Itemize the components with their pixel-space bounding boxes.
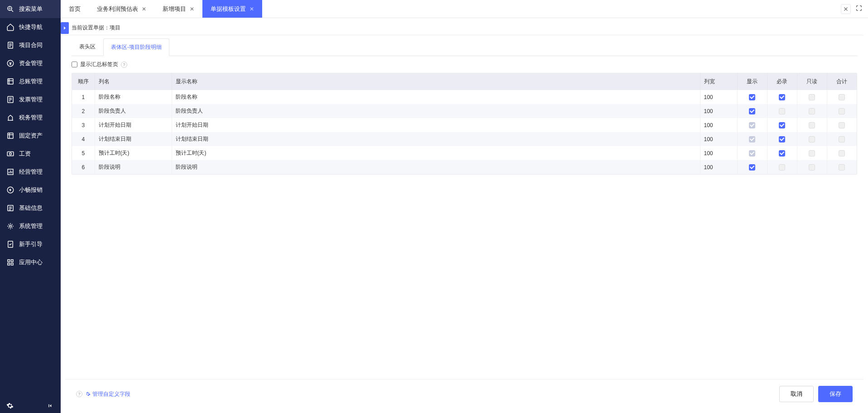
checkbox-icon[interactable] xyxy=(749,108,755,114)
checkbox-icon[interactable] xyxy=(779,122,785,128)
notice-toggle-icon[interactable] xyxy=(61,22,69,34)
cell-col-width[interactable]: 100 xyxy=(700,160,737,174)
checkbox-icon[interactable] xyxy=(839,108,845,114)
manage-custom-fields-link[interactable]: 管理自定义字段 xyxy=(85,390,130,398)
sidebar-item-label: 经营管理 xyxy=(19,168,43,176)
th-order: 顺序 xyxy=(72,73,95,90)
sidebar-item-apps[interactable]: 应用中心 xyxy=(0,253,61,271)
checkbox-icon[interactable] xyxy=(779,108,785,114)
th-col-name: 列名 xyxy=(95,73,172,90)
checkbox-icon[interactable] xyxy=(809,94,815,100)
tabbar: 首页业务利润预估表✕新增项目✕单据模板设置✕ xyxy=(61,0,868,18)
sidebar-footer xyxy=(0,399,61,413)
sidebar-item-asset[interactable]: 固定资产 xyxy=(0,127,61,145)
checkbox-icon[interactable] xyxy=(839,122,845,128)
ledger-icon xyxy=(6,77,14,85)
help-icon[interactable]: ? xyxy=(121,62,127,68)
cell-display-name[interactable]: 计划开始日期 xyxy=(172,118,700,132)
checkbox-icon[interactable] xyxy=(839,150,845,157)
sidebar-item-salary[interactable]: 工资 xyxy=(0,145,61,163)
sidebar-item-guide[interactable]: 新手引导 xyxy=(0,235,61,253)
checkbox-icon[interactable] xyxy=(779,164,785,171)
cancel-button[interactable]: 取消 xyxy=(779,386,814,402)
checkbox-icon[interactable] xyxy=(809,150,815,157)
tab-0[interactable]: 首页 xyxy=(61,0,89,18)
checkbox-icon[interactable] xyxy=(779,94,785,100)
sidebar-item-label: 系统管理 xyxy=(19,222,43,230)
th-show: 显示 xyxy=(737,73,767,90)
sidebar-item-info[interactable]: 基础信息 xyxy=(0,199,61,217)
inner-tab-1[interactable]: 表体区-项目阶段明细 xyxy=(103,38,169,56)
cell-display-name[interactable]: 计划结束日期 xyxy=(172,132,700,146)
cell-required xyxy=(767,132,797,146)
cell-order: 2 xyxy=(72,104,95,118)
checkbox-icon[interactable] xyxy=(749,164,755,171)
tab-1[interactable]: 业务利润预估表✕ xyxy=(89,0,154,18)
cell-col-width[interactable]: 100 xyxy=(700,104,737,118)
checkbox-icon[interactable] xyxy=(809,164,815,171)
collapse-icon[interactable] xyxy=(47,402,54,409)
table-row[interactable]: 4计划结束日期计划结束日期100 xyxy=(72,132,857,146)
checkbox-icon[interactable] xyxy=(839,164,845,171)
close-icon[interactable]: ✕ xyxy=(190,6,194,12)
inner-tab-0[interactable]: 表头区 xyxy=(72,38,103,56)
sidebar-item-funds[interactable]: 资金管理 xyxy=(0,54,61,72)
cell-col-name: 预计工时(天) xyxy=(95,146,172,160)
tab-2[interactable]: 新增项目✕ xyxy=(154,0,202,18)
checkbox-icon[interactable] xyxy=(749,150,755,157)
table-row[interactable]: 6阶段说明阶段说明100 xyxy=(72,160,857,174)
sidebar-item-operate[interactable]: 经营管理 xyxy=(0,163,61,181)
sidebar-item-ledger[interactable]: 总账管理 xyxy=(0,72,61,90)
cell-show xyxy=(737,146,767,160)
tax-icon xyxy=(6,114,14,122)
operate-icon xyxy=(6,168,14,176)
tab-3[interactable]: 单据模板设置✕ xyxy=(202,0,262,18)
cell-col-width[interactable]: 100 xyxy=(700,90,737,104)
cell-col-width[interactable]: 100 xyxy=(700,132,737,146)
config-table: 顺序 列名 显示名称 列宽 显示 必录 只读 合计 1阶段名称阶段名称1002阶… xyxy=(72,73,857,175)
table-row[interactable]: 3计划开始日期计划开始日期100 xyxy=(72,118,857,132)
cell-readonly xyxy=(797,90,827,104)
svg-point-11 xyxy=(10,225,12,228)
close-icon[interactable]: ✕ xyxy=(142,6,146,12)
cell-display-name[interactable]: 阶段说明 xyxy=(172,160,700,174)
settings-icon[interactable] xyxy=(6,402,14,409)
checkbox-icon[interactable] xyxy=(749,136,755,142)
sidebar-item-home[interactable]: 快捷导航 xyxy=(0,18,61,36)
cell-display-name[interactable]: 阶段名称 xyxy=(172,90,700,104)
sidebar-item-tax[interactable]: 税务管理 xyxy=(0,109,61,127)
checkbox-icon[interactable] xyxy=(779,150,785,157)
checkbox-icon[interactable] xyxy=(749,94,755,100)
search-icon xyxy=(6,5,14,13)
show-summary-checkbox[interactable] xyxy=(72,62,77,67)
table-row[interactable]: 2阶段负责人阶段负责人100 xyxy=(72,104,857,118)
footer-help-icon[interactable]: ? xyxy=(76,391,82,397)
checkbox-icon[interactable] xyxy=(809,136,815,142)
cell-display-name[interactable]: 阶段负责人 xyxy=(172,104,700,118)
checkbox-icon[interactable] xyxy=(749,122,755,128)
checkbox-icon[interactable] xyxy=(809,108,815,114)
sidebar-item-contract[interactable]: 项目合同 xyxy=(0,36,61,54)
fullscreen-icon[interactable] xyxy=(855,5,863,13)
table-row[interactable]: 1阶段名称阶段名称100 xyxy=(72,90,857,104)
cell-col-width[interactable]: 100 xyxy=(700,146,737,160)
notice-bar: 当前设置单据：项目 xyxy=(61,21,863,35)
sidebar-item-system[interactable]: 系统管理 xyxy=(0,217,61,235)
checkbox-icon[interactable] xyxy=(839,94,845,100)
sidebar-item-label: 项目合同 xyxy=(19,41,43,49)
checkbox-icon[interactable] xyxy=(809,122,815,128)
table-row[interactable]: 5预计工时(天)预计工时(天)100 xyxy=(72,146,857,160)
save-button[interactable]: 保存 xyxy=(818,386,853,402)
info-icon xyxy=(6,204,14,212)
checkbox-icon[interactable] xyxy=(839,136,845,142)
sidebar-item-report[interactable]: 小畅报销 xyxy=(0,181,61,199)
close-icon[interactable]: ✕ xyxy=(249,6,254,12)
sidebar-item-invoice[interactable]: 发票管理 xyxy=(0,90,61,109)
cell-col-width[interactable]: 100 xyxy=(700,118,737,132)
checkbox-icon[interactable] xyxy=(779,136,785,142)
cell-order: 5 xyxy=(72,146,95,160)
cell-display-name[interactable]: 预计工时(天) xyxy=(172,146,700,160)
sidebar-item-search[interactable]: 搜索菜单 xyxy=(0,0,61,18)
svg-rect-5 xyxy=(8,133,13,138)
close-all-icon[interactable] xyxy=(841,4,851,14)
